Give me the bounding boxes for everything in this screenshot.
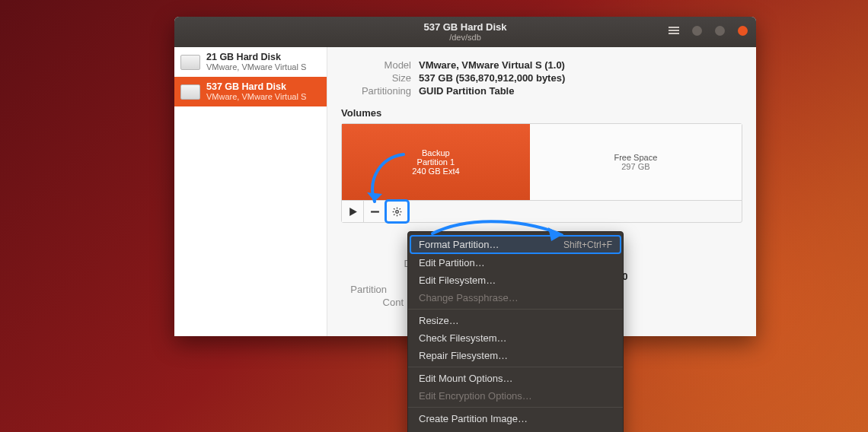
menu-item[interactable]: Repair Filesystem… <box>408 347 623 364</box>
hard-disk-icon <box>180 84 200 100</box>
menu-item-label: Create Partition Image… <box>419 413 528 424</box>
volume-line3: 240 GB Ext4 <box>412 167 459 176</box>
menu-item-label: Change Passphrase… <box>419 292 519 303</box>
menu-item[interactable]: Edit Mount Options… <box>408 370 623 387</box>
menu-item-label: Format Partition… <box>419 239 499 250</box>
disk-sub: VMware, VMware Virtual S <box>206 62 306 72</box>
window-subtitle: /dev/sdb <box>423 33 506 42</box>
mount-play-button[interactable] <box>342 201 364 222</box>
disk-list-item[interactable]: 537 GB Hard Disk VMware, VMware Virtual … <box>174 77 327 106</box>
svg-marker-0 <box>349 208 357 216</box>
disk-name: 21 GB Hard Disk <box>206 52 306 62</box>
svg-line-7 <box>394 208 394 209</box>
hard-disk-icon <box>180 55 200 70</box>
maximize-button[interactable] <box>710 21 729 40</box>
svg-line-10 <box>394 214 394 214</box>
volumes-box: Backup Partition 1 240 GB Ext4 Free Spac… <box>341 123 742 223</box>
volume-strip: Backup Partition 1 240 GB Ext4 Free Spac… <box>342 124 742 201</box>
svg-point-2 <box>395 210 398 213</box>
menu-item-label: Repair Filesystem… <box>419 350 508 361</box>
window-title: 537 GB Hard Disk <box>423 22 506 33</box>
menu-item-label: Check Filesystem… <box>419 332 507 344</box>
disk-name: 537 GB Hard Disk <box>206 81 306 92</box>
label-size: Size <box>341 72 411 84</box>
menu-item[interactable]: Resize… <box>408 312 623 329</box>
volumes-heading: Volumes <box>341 107 742 119</box>
volume-free-space[interactable]: Free Space 297 GB <box>530 124 742 200</box>
svg-line-9 <box>399 208 400 209</box>
volume-partition-1[interactable]: Backup Partition 1 240 GB Ext4 <box>342 124 530 200</box>
freespace-size: 297 GB <box>621 162 649 171</box>
gear-button[interactable] <box>386 201 408 222</box>
label-size2 <box>341 232 411 243</box>
menu-item: Edit Encryption Options… <box>408 387 623 405</box>
menu-item[interactable]: Restore Partition Image… <box>408 427 623 432</box>
menu-item[interactable]: Edit Filesystem… <box>408 272 623 289</box>
menu-item-accel: Shift+Ctrl+F <box>563 240 612 250</box>
label-ptype: Partition <box>341 284 387 295</box>
hamburger-menu-button[interactable] <box>665 21 683 40</box>
svg-rect-1 <box>371 211 379 212</box>
label-contents: Cont <box>358 297 404 308</box>
titlebar[interactable]: 537 GB Hard Disk /dev/sdb <box>174 17 756 47</box>
delete-minus-button[interactable] <box>364 201 386 222</box>
label-partitioning: Partitioning <box>341 85 411 97</box>
volume-line2: Partition 1 <box>417 157 455 167</box>
volume-name: Backup <box>422 148 450 157</box>
close-button[interactable] <box>733 21 752 40</box>
menu-item-label: Edit Filesystem… <box>419 275 496 286</box>
menu-item-label: Edit Encryption Options… <box>419 390 532 402</box>
value-model: VMware, VMware Virtual S (1.0) <box>419 59 565 71</box>
menu-item[interactable]: Check Filesystem… <box>408 329 623 347</box>
value-partitioning: GUID Partition Table <box>419 85 514 97</box>
menu-item[interactable]: Edit Partition… <box>408 254 623 272</box>
label-device: D <box>372 258 411 269</box>
svg-line-8 <box>399 214 400 214</box>
partition-context-menu: Format Partition…Shift+Ctrl+FEdit Partit… <box>407 231 624 432</box>
desktop-wallpaper: 537 GB Hard Disk /dev/sdb 21 GB Hard Dis… <box>0 0 868 432</box>
menu-item: Change Passphrase… <box>408 289 623 307</box>
minimize-button[interactable] <box>688 21 706 40</box>
menu-item[interactable]: Format Partition…Shift+Ctrl+F <box>410 236 621 253</box>
menu-item-label: Resize… <box>419 315 459 326</box>
menu-item-label: Edit Mount Options… <box>419 373 513 384</box>
value-size: 537 GB (536,870,912,000 bytes) <box>419 72 565 84</box>
menu-item-label: Edit Partition… <box>419 257 485 268</box>
disk-list-sidebar: 21 GB Hard Disk VMware, VMware Virtual S… <box>174 47 327 336</box>
label-model: Model <box>341 59 411 71</box>
disk-list-item[interactable]: 21 GB Hard Disk VMware, VMware Virtual S <box>174 47 327 77</box>
volume-toolbar <box>342 201 742 222</box>
disk-sub: VMware, VMware Virtual S <box>206 92 306 102</box>
freespace-label: Free Space <box>614 153 657 162</box>
menu-item[interactable]: Create Partition Image… <box>408 410 623 427</box>
